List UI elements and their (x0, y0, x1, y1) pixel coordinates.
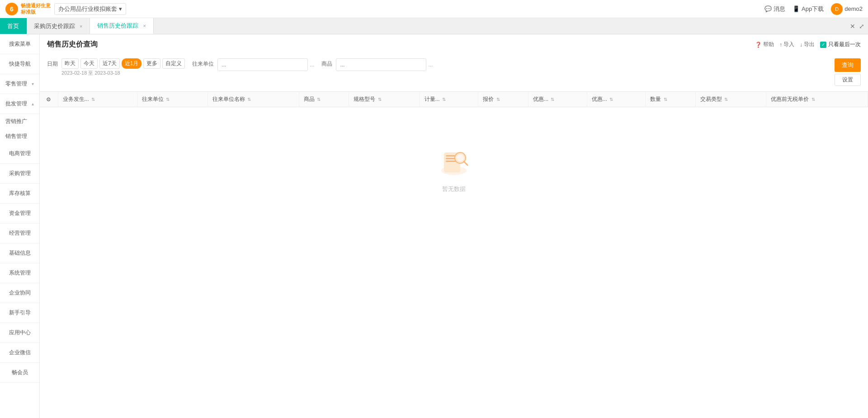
goods-input[interactable] (336, 58, 426, 71)
table-col-spec[interactable]: 规格型号 ⇅ (349, 92, 420, 107)
expand-button[interactable]: ⤢ (859, 23, 864, 30)
export-button[interactable]: ↓ 导出 (800, 41, 815, 48)
query-button[interactable]: 查询 (835, 58, 861, 72)
tab-sales-close[interactable]: × (143, 23, 146, 28)
sidebar-item-inventory[interactable]: 库存核算 (0, 184, 39, 204)
export-icon: ↓ (800, 42, 802, 48)
table-col-discount2[interactable]: 优惠... ⇅ (587, 92, 646, 107)
tab-sales[interactable]: 销售历史价跟踪 × (90, 18, 153, 34)
sidebar-item-marketing[interactable]: 营销推广 (0, 114, 39, 129)
import-icon: ↑ (779, 42, 782, 48)
table-col-partner-code[interactable]: 往来单位 ⇅ (137, 92, 208, 107)
sidebar-item-enterprise[interactable]: 企业协同 (0, 283, 39, 303)
sidebar-item-purchase-mgmt[interactable]: 采购管理 (0, 164, 39, 184)
table-col-trade-type[interactable]: 交易类型 ⇅ (696, 92, 766, 107)
import-button[interactable]: ↑ 导入 (779, 41, 794, 48)
sidebar-item-search-menu[interactable]: 搜索菜单 (0, 34, 39, 54)
sort-icon: ⇅ (91, 97, 95, 102)
sort-icon: ⇅ (811, 97, 815, 102)
sidebar-item-retail-mgmt[interactable]: 零售管理 ▾ (0, 74, 39, 94)
main-layout: 搜索菜单 快捷导航 零售管理 ▾ 批发管理 ▴ 营销推广 销售管理 电商管理 采… (0, 34, 868, 418)
content-area: 销售历史价查询 ❓ 帮助 ↑ 导入 ↓ 导出 ✓ (40, 34, 868, 418)
date-buttons: 昨天 今天 近7天 近1月 更多 自定义 (61, 58, 185, 69)
last1month-button[interactable]: 近1月 (122, 58, 142, 69)
goods-picker-icon[interactable]: ... (428, 62, 433, 68)
tab-purchase-close[interactable]: × (80, 24, 82, 29)
filter-actions: 查询 设置 (835, 58, 861, 86)
svg-point-7 (457, 154, 464, 162)
page-actions: ❓ 帮助 ↑ 导入 ↓ 导出 ✓ 只看最后一次 (755, 41, 861, 48)
today-button[interactable]: 今天 (80, 58, 98, 69)
chevron-down-icon: ▾ (32, 81, 34, 86)
tabbar: 首页 采购历史价跟踪 × 销售历史价跟踪 × ✕ ⤢ (0, 18, 868, 34)
topbar-left: 6 畅捷通好生意 标准版 办公用品行业模拟账套 ▾ (5, 3, 126, 15)
goods-label: 商品 (321, 58, 332, 68)
chat-icon: 💬 (764, 5, 772, 12)
page-header: 销售历史价查询 ❓ 帮助 ↑ 导入 ↓ 导出 ✓ (40, 34, 868, 92)
table-col-discount1[interactable]: 优惠... ⇅ (528, 92, 587, 107)
sidebar-item-basic-info[interactable]: 基础信息 (0, 243, 39, 263)
table-col-pretax-price[interactable]: 优惠前无税单价 ⇅ (766, 92, 868, 107)
chevron-down-icon: ▾ (119, 5, 122, 12)
custom-button[interactable]: 自定义 (162, 58, 185, 69)
company-selector[interactable]: 办公用品行业模拟账套 ▾ (54, 3, 126, 15)
sort-icon: ⇅ (247, 97, 251, 102)
sort-icon: ⇅ (317, 97, 321, 102)
page-title: 销售历史价查询 (47, 40, 98, 49)
sort-icon: ⇅ (166, 97, 170, 102)
table-col-biz-date[interactable]: 业务发生... ⇅ (58, 92, 137, 107)
only-last-checkbox-label[interactable]: ✓ 只看最后一次 (820, 41, 861, 48)
table-col-settings[interactable]: ⚙ (40, 92, 58, 107)
table-col-quantity[interactable]: 数量 ⇅ (646, 92, 696, 107)
partner-input-wrapper: ... (217, 58, 314, 71)
sidebar-item-system-mgmt[interactable]: 系统管理 (0, 263, 39, 283)
table-col-unit[interactable]: 计量... ⇅ (420, 92, 478, 107)
sidebar-item-ecommerce-mgmt[interactable]: 电商管理 (0, 144, 39, 164)
checkbox-checked-icon: ✓ (820, 42, 826, 48)
settings-icon: ⚙ (46, 96, 51, 103)
topbar-right: 💬 消息 📱 App下载 D demo2 (764, 3, 863, 15)
sort-icon: ⇅ (378, 97, 382, 102)
message-button[interactable]: 💬 消息 (764, 5, 785, 13)
sort-icon: ⇅ (496, 97, 500, 102)
settings-button[interactable]: 设置 (835, 74, 861, 86)
sidebar-item-quick-nav[interactable]: 快捷导航 (0, 54, 39, 74)
filter-bar: 日期 昨天 今天 近7天 近1月 更多 自定义 2023-02-18 至 202… (47, 55, 861, 88)
close-all-tabs-button[interactable]: ✕ (850, 23, 855, 30)
sidebar-item-beginner[interactable]: 新手引导 (0, 303, 39, 323)
sidebar-item-app-center[interactable]: 应用中心 (0, 323, 39, 343)
sidebar-item-finance-mgmt[interactable]: 资金管理 (0, 204, 39, 223)
date-filter-group: 日期 昨天 今天 近7天 近1月 更多 自定义 2023-02-18 至 202… (47, 58, 185, 76)
tab-purchase[interactable]: 采购历史价跟踪 × (27, 18, 90, 34)
app-download-button[interactable]: 📱 App下载 (793, 5, 824, 13)
sidebar: 搜索菜单 快捷导航 零售管理 ▾ 批发管理 ▴ 营销推广 销售管理 电商管理 采… (0, 34, 40, 418)
tab-home[interactable]: 首页 (0, 18, 27, 34)
sidebar-item-member[interactable]: 畅会员 (0, 363, 39, 383)
user-profile-button[interactable]: D demo2 (831, 3, 863, 15)
sidebar-item-operation-mgmt[interactable]: 经营管理 (0, 223, 39, 243)
table-col-goods[interactable]: 商品 ⇅ (299, 92, 349, 107)
phone-icon: 📱 (793, 5, 800, 12)
logo-text: 畅捷通好生意 标准版 (21, 3, 51, 14)
help-button[interactable]: ❓ 帮助 (755, 41, 774, 48)
page-title-row: 销售历史价查询 ❓ 帮助 ↑ 导入 ↓ 导出 ✓ (47, 40, 861, 49)
partner-input[interactable] (217, 58, 308, 71)
last7days-button[interactable]: 近7天 (99, 58, 120, 69)
logo: 6 畅捷通好生意 标准版 (5, 3, 51, 15)
table-header-row: ⚙ 业务发生... ⇅ 往来单位 ⇅ 往来单位名称 ⇅ (40, 92, 868, 107)
table-col-quote[interactable]: 报价 ⇅ (478, 92, 528, 107)
yesterday-button[interactable]: 昨天 (61, 58, 79, 69)
svg-rect-4 (446, 161, 457, 162)
table-container: ⚙ 业务发生... ⇅ 往来单位 ⇅ 往来单位名称 ⇅ (40, 92, 868, 418)
sort-icon: ⇅ (724, 97, 728, 102)
date-options: 昨天 今天 近7天 近1月 更多 自定义 2023-02-18 至 2023-0… (61, 58, 185, 76)
more-button[interactable]: 更多 (143, 58, 160, 69)
sidebar-item-wholesale-mgmt[interactable]: 批发管理 ▴ (0, 94, 39, 114)
sidebar-item-enterprise-wechat[interactable]: 企业微信 (0, 343, 39, 363)
goods-filter-group: 商品 ... (321, 58, 433, 71)
sort-icon: ⇅ (551, 97, 554, 102)
table-col-partner-name[interactable]: 往来单位名称 ⇅ (208, 92, 299, 107)
partner-picker-icon[interactable]: ... (310, 62, 314, 68)
topbar: 6 畅捷通好生意 标准版 办公用品行业模拟账套 ▾ 💬 消息 📱 App下载 D… (0, 0, 868, 18)
sidebar-item-sales-mgmt[interactable]: 销售管理 (0, 129, 39, 144)
